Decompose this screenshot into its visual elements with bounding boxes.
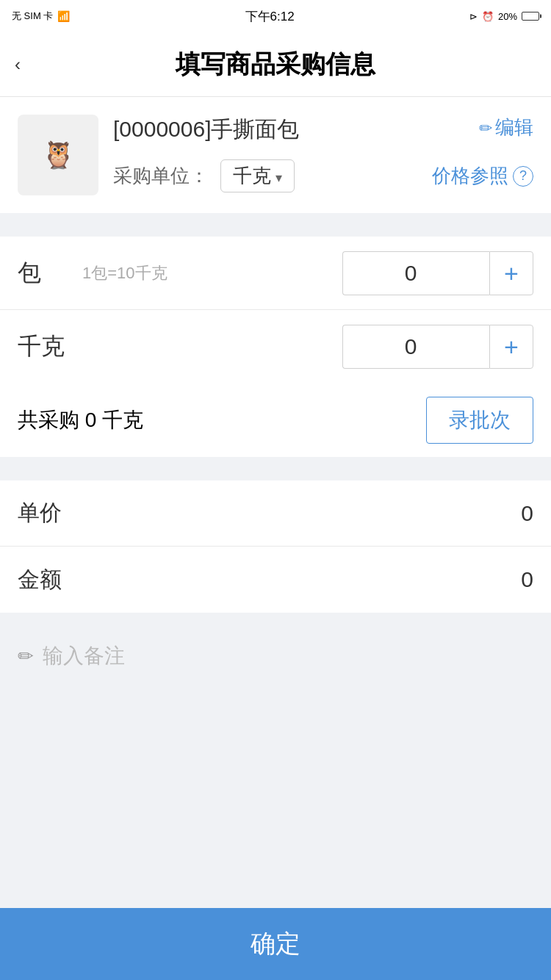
- alarm-icon: ⏰: [482, 11, 494, 22]
- notes-row: 输入备注: [18, 642, 533, 670]
- input-row-kg: 千克 +: [0, 310, 551, 383]
- bags-label: 包: [18, 257, 76, 289]
- unit-value: 千克: [233, 163, 271, 189]
- product-image-placeholder: 🦉: [42, 140, 75, 170]
- page-title: 填写商品采购信息: [176, 48, 375, 82]
- battery-percent: 20%: [498, 11, 517, 22]
- status-bar-time: 下午6:12: [245, 8, 295, 25]
- nav-bar: ‹ 填写商品采购信息: [0, 32, 551, 97]
- battery-icon: [522, 12, 539, 21]
- total-row: 共采购 0 千克 录批次: [0, 383, 551, 457]
- notes-section[interactable]: 输入备注: [0, 624, 551, 845]
- kg-input-wrap: +: [342, 325, 533, 369]
- product-name-row: [0000006]手撕面包 编辑: [113, 115, 533, 145]
- edit-label: 编辑: [495, 115, 533, 140]
- sim-text: 无 SIM 卡: [12, 10, 53, 23]
- unit-price-value: 0: [521, 501, 533, 526]
- notes-placeholder: 输入备注: [43, 642, 125, 670]
- price-section: 单价 0 金额 0: [0, 480, 551, 613]
- record-batch-button[interactable]: 录批次: [426, 397, 533, 444]
- price-ref-button[interactable]: 价格参照 ?: [432, 163, 533, 189]
- kg-input[interactable]: [342, 325, 489, 369]
- wifi-icon: [57, 10, 70, 22]
- unit-dropdown[interactable]: 千克: [220, 159, 295, 192]
- status-bar-left: 无 SIM 卡: [12, 10, 70, 23]
- bags-input[interactable]: [342, 251, 489, 295]
- bags-input-wrap: +: [342, 251, 533, 295]
- input-row-bags: 包 1包=10千克 +: [0, 237, 551, 310]
- amount-label: 金额: [18, 565, 62, 595]
- kg-plus-button[interactable]: +: [489, 325, 533, 369]
- back-button[interactable]: ‹: [15, 54, 21, 75]
- product-image: 🦉: [18, 115, 98, 195]
- kg-label: 千克: [18, 331, 76, 363]
- price-ref-icon: ?: [513, 166, 533, 187]
- price-ref-label: 价格参照: [432, 163, 508, 189]
- product-name: [0000006]手撕面包: [113, 115, 299, 145]
- total-label: 共采购 0 千克: [18, 406, 143, 434]
- bags-plus-button[interactable]: +: [489, 251, 533, 295]
- unit-price-label: 单价: [18, 498, 62, 528]
- bags-plus-icon: +: [504, 261, 519, 286]
- amount-value: 0: [521, 567, 533, 592]
- purchase-unit-label: 采购单位：: [113, 163, 209, 189]
- edit-icon: [479, 116, 492, 139]
- unit-dropdown-arrow-icon: [276, 165, 282, 187]
- section-divider-2: [0, 457, 551, 469]
- pencil-icon: [18, 644, 34, 668]
- location-icon: ⊳: [469, 11, 478, 22]
- confirm-button-label: 确定: [251, 927, 300, 961]
- status-bar-right: ⊳ ⏰ 20%: [469, 11, 539, 22]
- purchase-unit-row: 采购单位： 千克 价格参照 ?: [113, 159, 533, 192]
- bags-sub-label: 1包=10千克: [82, 262, 342, 284]
- product-info: [0000006]手撕面包 编辑 采购单位： 千克 价格参照 ?: [113, 115, 533, 192]
- confirm-button[interactable]: 确定: [0, 908, 551, 980]
- edit-button[interactable]: 编辑: [479, 115, 533, 140]
- product-card: 🦉 [0000006]手撕面包 编辑 采购单位： 千克 价格参照 ?: [0, 97, 551, 213]
- kg-plus-icon: +: [504, 334, 519, 359]
- section-divider-1: [0, 225, 551, 237]
- input-section: 包 1包=10千克 + 千克 +: [0, 237, 551, 383]
- price-row-amount: 金额 0: [0, 547, 551, 613]
- status-bar: 无 SIM 卡 下午6:12 ⊳ ⏰ 20%: [0, 0, 551, 32]
- price-row-unit: 单价 0: [0, 480, 551, 547]
